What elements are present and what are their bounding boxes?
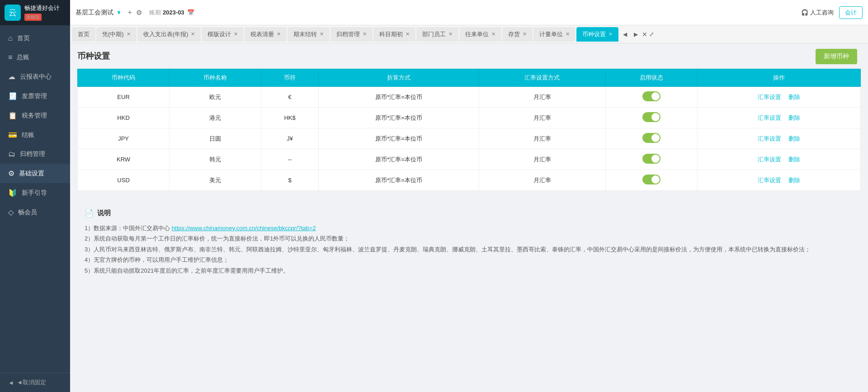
delete-btn[interactable]: 删除 <box>788 156 800 163</box>
cell-name: 港元 <box>170 108 261 128</box>
table-row: HKD 港元 HK$ 原币*汇率=本位币 月汇率 汇率设置 删除 <box>78 108 861 128</box>
tab-dept[interactable]: 部门员工 ✕ <box>416 27 458 42</box>
note-text-1: 1）数据来源：中国外汇交易中心 <box>85 225 172 231</box>
tab-close-icon[interactable]: ✕ <box>127 31 131 37</box>
add-company-btn[interactable]: ＋ <box>126 8 133 17</box>
cell-status <box>605 108 697 128</box>
sidebar-item-basic[interactable]: ⚙ 基础设置 <box>0 164 70 183</box>
sidebar-item-guide[interactable]: 🔰 新手引导 <box>0 183 70 203</box>
company-dropdown[interactable]: ▼ <box>116 9 122 16</box>
toggle-switch[interactable] <box>642 91 660 101</box>
tab-archive[interactable]: 归档管理 ✕ <box>330 27 373 42</box>
col-status: 启用状态 <box>605 69 697 87</box>
tab-close-icon[interactable]: ✕ <box>406 31 410 37</box>
tab-close-icon[interactable]: ✕ <box>491 31 495 37</box>
note-item-1: 1）数据来源：中国外汇交易中心 https://www.chinamoney.c… <box>85 223 854 233</box>
cell-rate-type: 月汇率 <box>479 108 606 128</box>
tab-partner[interactable]: 往来单位 ✕ <box>459 27 501 42</box>
tab-close-icon[interactable]: ✕ <box>448 31 453 37</box>
sidebar-item-ledger[interactable]: ≡ 总账 <box>0 48 70 67</box>
tab-label: 科目期初 <box>379 30 403 38</box>
toggle-thumb <box>651 92 660 100</box>
rate-setting-btn[interactable]: 汇率设置 <box>758 94 781 100</box>
tab-template[interactable]: 模版设计 ✕ <box>202 27 244 42</box>
support-btn[interactable]: 🎧 人工咨询 <box>801 9 834 17</box>
tab-close-icon[interactable]: ✕ <box>191 31 195 37</box>
topbar: 基层工会测试 ▼ ＋ ⚙ 账期 2023-03 📅 🎧 人工咨询 会计 <box>70 0 868 25</box>
rate-setting-btn[interactable]: 汇率设置 <box>758 114 781 121</box>
cell-calc: 原币*汇率=本位币 <box>318 87 479 108</box>
sidebar-nav: ⌂ 首页 ≡ 总账 ☁ 云报表中心 🧾 发票管理 📋 税务管理 💳 结账 🗂 归… <box>0 25 70 373</box>
tab-subject[interactable]: 科目期初 ✕ <box>373 27 415 42</box>
member-icon: ◇ <box>8 208 14 217</box>
note-text-3: 3）人民币对马来西亚林吉特、俄罗斯卢布、南非兰特、韩元、阿联酋迪拉姆、沙特里亚尔… <box>85 246 811 253</box>
calendar-icon[interactable]: 📅 <box>187 9 194 16</box>
tab-close-icon[interactable]: ✕ <box>523 31 527 37</box>
tab-close-all-btn[interactable]: ✕ <box>642 31 647 38</box>
tab-close-icon[interactable]: ✕ <box>566 31 570 37</box>
tab-expand-btn[interactable]: ⤢ <box>649 31 654 38</box>
toggle-switch[interactable] <box>642 175 660 184</box>
sidebar-item-label: 云报表中心 <box>20 73 52 81</box>
cell-symbol: $ <box>261 170 319 191</box>
guide-icon: 🔰 <box>8 189 17 197</box>
tab-close-icon[interactable]: ✕ <box>320 31 324 37</box>
sidebar-pin-toggle[interactable]: ◄ ◄取消固定 <box>0 373 70 392</box>
period-info: 账期 2023-03 📅 <box>149 9 194 17</box>
tab-close-icon[interactable]: ✕ <box>363 31 367 37</box>
sidebar-item-reports[interactable]: ☁ 云报表中心 <box>0 67 70 86</box>
sidebar-item-checkout[interactable]: 💳 结账 <box>0 125 70 145</box>
tab-label: 期末结转 <box>293 30 317 38</box>
delete-btn[interactable]: 删除 <box>788 177 800 184</box>
tab-tax[interactable]: 税表清册 ✕ <box>245 27 287 42</box>
sidebar-item-home[interactable]: ⌂ 首页 <box>0 29 70 48</box>
user-btn[interactable]: 会计 <box>839 6 863 19</box>
tab-currency[interactable]: 币种设置 ✕ <box>576 27 618 42</box>
toggle-switch[interactable] <box>642 112 660 122</box>
toggle-switch[interactable] <box>642 154 660 164</box>
note-link[interactable]: https://www.chinamoney.com.cn/chinese/bk… <box>172 225 316 231</box>
tab-report[interactable]: 收入支出表(年报) ✕ <box>137 27 201 42</box>
table-row: JPY 日圆 J¥ 原币*汇率=本位币 月汇率 汇率设置 删除 <box>78 128 861 149</box>
reports-icon: ☁ <box>8 72 15 81</box>
new-currency-btn[interactable]: 新增币种 <box>816 49 857 64</box>
cell-status <box>605 87 697 108</box>
table-row: USD 美元 $ 原币*汇率=本位币 月汇率 汇率设置 删除 <box>78 170 861 191</box>
note-item-4: 4）无官方牌价的币种，可以用用户手工维护汇率信息； <box>85 255 854 265</box>
currency-table: 币种代码 币种名称 币符 折算方式 汇率设置方式 启用状态 操作 EUR 欧元 … <box>77 69 861 191</box>
tab-nav-next[interactable]: ▶ <box>630 29 641 40</box>
archive-icon: 🗂 <box>8 150 15 158</box>
delete-btn[interactable]: 删除 <box>788 94 800 100</box>
tab-voucher[interactable]: 凭(中期) ✕ <box>96 27 137 42</box>
company-settings-icon[interactable]: ⚙ <box>136 9 142 17</box>
note-text-2: 2）系统自动获取每月第一个工作日的汇率标价，统一为直接标价法，即1外币可以兑换的… <box>85 235 349 242</box>
tab-close-icon[interactable]: ✕ <box>277 31 281 37</box>
cell-code: KRW <box>78 149 170 170</box>
delete-btn[interactable]: 删除 <box>788 135 800 142</box>
sidebar-item-member[interactable]: ◇ 畅会员 <box>0 203 70 222</box>
col-symbol: 币符 <box>261 69 319 87</box>
support-label: 人工咨询 <box>810 9 834 17</box>
notes-title: 说明 <box>97 209 111 217</box>
sidebar-item-tax[interactable]: 📋 税务管理 <box>0 106 70 125</box>
tab-close-icon[interactable]: ✕ <box>609 31 613 37</box>
toggle-switch[interactable] <box>642 133 660 143</box>
tab-inventory[interactable]: 存货 ✕ <box>502 27 533 42</box>
tab-unit[interactable]: 计量单位 ✕ <box>533 27 576 42</box>
tab-home[interactable]: 首页 <box>72 27 95 42</box>
sidebar-item-invoice[interactable]: 🧾 发票管理 <box>0 86 70 106</box>
cell-symbol: J¥ <box>261 128 319 149</box>
delete-btn[interactable]: 删除 <box>788 114 800 121</box>
sidebar-item-archive[interactable]: 🗂 归档管理 <box>0 145 70 164</box>
tab-nav-prev[interactable]: ◀ <box>619 29 630 40</box>
toggle-track <box>642 91 660 101</box>
tab-close-icon[interactable]: ✕ <box>234 31 238 37</box>
cell-action: 汇率设置 删除 <box>697 87 860 108</box>
rate-setting-btn[interactable]: 汇率设置 <box>758 177 781 184</box>
rate-setting-btn[interactable]: 汇率设置 <box>758 135 781 142</box>
rate-setting-btn[interactable]: 汇率设置 <box>758 156 781 163</box>
table-row: EUR 欧元 € 原币*汇率=本位币 月汇率 汇率设置 删除 <box>78 87 861 108</box>
tab-label: 计量单位 <box>539 30 563 38</box>
toggle-thumb <box>651 113 660 121</box>
tab-period-end[interactable]: 期末结转 ✕ <box>288 27 330 42</box>
